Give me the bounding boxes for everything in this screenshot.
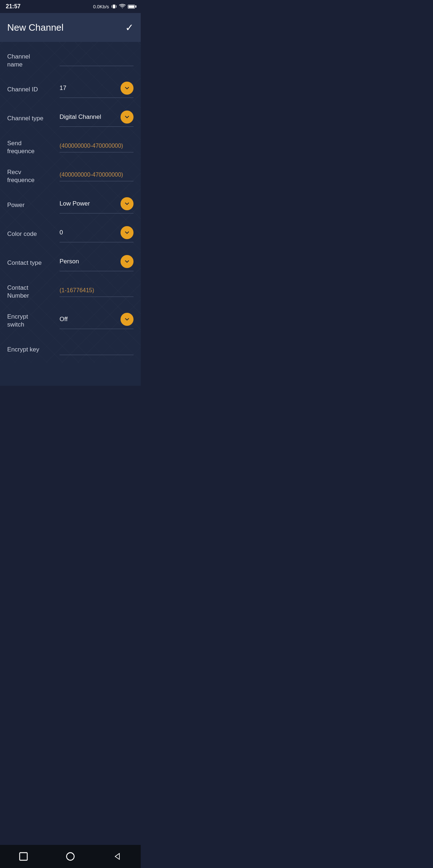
- svg-rect-2: [116, 5, 116, 8]
- form-row-encrypt-key: Encrypt key_: [0, 334, 141, 363]
- form-row-channel-name: Channel name_: [0, 45, 141, 74]
- label-send-frequence: Send frequence: [7, 139, 60, 155]
- label-encrypt-key: Encrypt key: [7, 346, 60, 354]
- value-recv-frequence: (400000000-470000000): [60, 172, 134, 178]
- label-power: Power: [7, 201, 60, 209]
- form-row-send-frequence: Send frequence(400000000-470000000): [0, 131, 141, 160]
- value-container-power[interactable]: Low Power: [60, 197, 134, 213]
- value-encrypt-switch: Off: [60, 316, 118, 323]
- battery-icon: [128, 5, 135, 9]
- label-channel-id: Channel ID: [7, 86, 60, 94]
- header: New Channel ✓: [0, 13, 141, 42]
- form-row-encrypt-switch: Encrypt switchOff: [0, 305, 141, 334]
- status-icons: 0.0Kb/s: [93, 4, 135, 9]
- value-channel-type: Digital Channel: [60, 113, 118, 121]
- value-container-channel-id[interactable]: 17: [60, 82, 134, 98]
- dropdown-btn-channel-id[interactable]: [121, 82, 134, 95]
- label-contact-number: Contact Number: [7, 284, 60, 300]
- value-container-contact-type[interactable]: Person: [60, 255, 134, 271]
- svg-rect-0: [113, 5, 115, 9]
- save-button[interactable]: ✓: [125, 22, 134, 34]
- value-container-channel-type[interactable]: Digital Channel: [60, 111, 134, 127]
- form-content: Channel name_Channel ID17Channel typeDig…: [0, 42, 141, 363]
- svg-rect-1: [111, 5, 112, 8]
- page-title: New Channel: [7, 22, 64, 33]
- form-row-recv-frequence: Recv frequence(400000000-470000000): [0, 160, 141, 189]
- vibrate-icon: [111, 4, 117, 9]
- wifi-icon: [119, 4, 126, 9]
- value-contact-number: (1-16776415): [60, 287, 134, 294]
- value-channel-id: 17: [60, 85, 118, 92]
- dropdown-btn-color-code[interactable]: [121, 226, 134, 239]
- label-channel-type: Channel type: [7, 115, 60, 122]
- value-container-recv-frequence: (400000000-470000000): [60, 172, 134, 181]
- form-row-channel-type: Channel typeDigital Channel: [0, 103, 141, 131]
- form-row-power: PowerLow Power: [0, 189, 141, 218]
- dropdown-btn-channel-type[interactable]: [121, 111, 134, 124]
- value-container-encrypt-key: _: [60, 345, 134, 355]
- label-color-code: Color code: [7, 230, 60, 238]
- value-container-contact-number: (1-16776415): [60, 287, 134, 297]
- label-contact-type: Contact type: [7, 259, 60, 267]
- form-row-contact-number: Contact Number(1-16776415): [0, 276, 141, 305]
- value-container-encrypt-switch[interactable]: Off: [60, 313, 134, 329]
- form-row-channel-id: Channel ID17: [0, 74, 141, 103]
- label-channel-name: Channel name: [7, 53, 60, 69]
- value-channel-name: _: [60, 56, 134, 63]
- status-bar: 21:57 0.0Kb/s: [0, 0, 141, 13]
- value-color-code: 0: [60, 229, 118, 236]
- status-time: 21:57: [6, 3, 21, 10]
- value-container-channel-name: _: [60, 56, 134, 66]
- value-container-color-code[interactable]: 0: [60, 226, 134, 242]
- value-container-send-frequence: (400000000-470000000): [60, 143, 134, 152]
- form-row-color-code: Color code0: [0, 218, 141, 247]
- value-power: Low Power: [60, 200, 118, 207]
- dropdown-btn-power[interactable]: [121, 197, 134, 210]
- value-contact-type: Person: [60, 258, 118, 265]
- label-encrypt-switch: Encrypt switch: [7, 313, 60, 329]
- form-row-contact-type: Contact typePerson: [0, 247, 141, 276]
- dropdown-btn-contact-type[interactable]: [121, 255, 134, 268]
- dropdown-btn-encrypt-switch[interactable]: [121, 313, 134, 326]
- value-send-frequence: (400000000-470000000): [60, 143, 134, 149]
- value-encrypt-key: _: [60, 345, 134, 352]
- network-speed: 0.0Kb/s: [93, 4, 109, 9]
- label-recv-frequence: Recv frequence: [7, 168, 60, 184]
